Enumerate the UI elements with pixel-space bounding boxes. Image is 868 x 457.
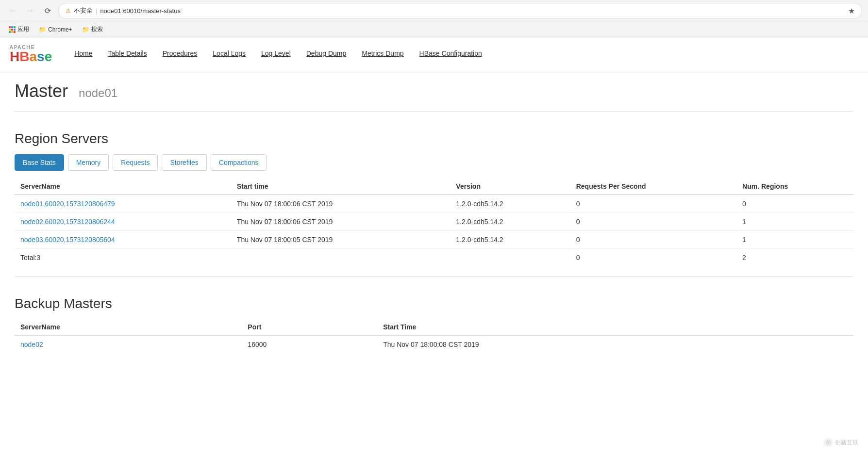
bm-col-start-time: Start Time <box>377 319 853 335</box>
page-title: Master node01 <box>15 81 853 101</box>
cell-regions-3: 1 <box>736 231 853 249</box>
backup-masters-thead: ServerName Port Start Time <box>15 319 853 335</box>
browser-toolbar: ← → ⟳ ⚠ 不安全 | node01:60010/master-status… <box>0 0 868 21</box>
cell-regions-1: 0 <box>736 195 853 213</box>
table-row: node03,60020,1573120805604 Thu Nov 07 18… <box>15 231 853 249</box>
app-header: APACHE HBase Home Table Details Procedur… <box>0 37 868 71</box>
region-servers-thead: ServerName Start time Version Requests P… <box>15 179 853 195</box>
col-server-name: ServerName <box>15 179 231 195</box>
nav-debug-dump[interactable]: Debug Dump <box>299 37 354 71</box>
col-num-regions: Num. Regions <box>736 179 853 195</box>
divider-after-title <box>15 111 853 112</box>
region-servers-table: ServerName Start time Version Requests P… <box>15 179 853 266</box>
url-text: node01:60010/master-status <box>100 7 181 15</box>
tab-storefiles[interactable]: Storefiles <box>162 154 206 171</box>
backup-masters-section: Backup Masters ServerName Port Start Tim… <box>15 296 853 353</box>
bookmarks-bar: 应用 📁 Chrome+ 📁 搜索 <box>0 21 868 37</box>
cell-rps-3: 0 <box>570 231 736 249</box>
search-label: 搜索 <box>91 25 103 33</box>
nav-metrics-dump[interactable]: Metrics Dump <box>354 37 411 71</box>
table-row: node01,60020,1573120806479 Thu Nov 07 18… <box>15 195 853 213</box>
bookmark-chrome-plus[interactable]: 📁 Chrome+ <box>36 25 75 34</box>
tab-memory[interactable]: Memory <box>68 154 109 171</box>
nav-menu: Home Table Details Procedures Local Logs… <box>67 37 490 71</box>
bm-col-port: Port <box>242 319 377 335</box>
region-servers-section: Region Servers Base Stats Memory Request… <box>15 131 853 266</box>
region-servers-title: Region Servers <box>15 131 853 147</box>
page-content: Master node01 Region Servers Base Stats … <box>0 71 868 373</box>
backup-masters-tbody: node02 16000 Thu Nov 07 18:00:08 CST 201… <box>15 335 853 353</box>
address-bar[interactable]: ⚠ 不安全 | node01:60010/master-status ★ <box>58 3 862 18</box>
bookmark-apps[interactable]: 应用 <box>6 24 32 34</box>
cell-version-2: 1.2.0-cdh5.14.2 <box>450 213 570 231</box>
region-servers-header-row: ServerName Start time Version Requests P… <box>15 179 853 195</box>
tab-requests[interactable]: Requests <box>113 154 158 171</box>
cell-rps-2: 0 <box>570 213 736 231</box>
chrome-plus-label: Chrome+ <box>48 26 72 33</box>
cell-total-version <box>450 249 570 267</box>
cell-version-3: 1.2.0-cdh5.14.2 <box>450 231 570 249</box>
table-row: node02,60020,1573120806244 Thu Nov 07 18… <box>15 213 853 231</box>
nav-log-level[interactable]: Log Level <box>253 37 299 71</box>
apps-label: 应用 <box>17 25 29 33</box>
cell-total-rps: 0 <box>570 249 736 267</box>
nav-hbase-configuration[interactable]: HBase Configuration <box>412 37 490 71</box>
cell-server-name: node01,60020,1573120806479 <box>15 195 231 213</box>
nav-local-logs[interactable]: Local Logs <box>205 37 253 71</box>
divider-before-backup <box>15 276 853 277</box>
bm-cell-port: 16000 <box>242 335 377 353</box>
col-start-time: Start time <box>231 179 451 195</box>
server-link-3[interactable]: node03,60020,1573120805604 <box>20 236 115 244</box>
nav-table-details[interactable]: Table Details <box>100 37 155 71</box>
folder-icon-chrome: 📁 <box>39 26 46 33</box>
bm-cell-start-time: Thu Nov 07 18:00:08 CST 2019 <box>377 335 853 353</box>
cell-total-label: Total:3 <box>15 249 231 267</box>
cell-total-regions: 2 <box>736 249 853 267</box>
region-servers-tabs: Base Stats Memory Requests Storefiles Co… <box>15 154 853 171</box>
separator: | <box>96 7 97 15</box>
bookmark-search[interactable]: 📁 搜索 <box>79 24 106 34</box>
total-row: Total:3 0 2 <box>15 249 853 267</box>
browser-chrome: ← → ⟳ ⚠ 不安全 | node01:60010/master-status… <box>0 0 868 37</box>
table-row: node02 16000 Thu Nov 07 18:00:08 CST 201… <box>15 335 853 353</box>
page-hostname: node01 <box>79 86 117 99</box>
logo-hbase-text: HBase <box>10 50 52 64</box>
security-icon: ⚠ <box>66 7 71 14</box>
tab-compactions[interactable]: Compactions <box>211 154 267 171</box>
page-title-master: Master <box>15 81 68 101</box>
nav-procedures[interactable]: Procedures <box>155 37 205 71</box>
backup-masters-table: ServerName Port Start Time node02 16000 … <box>15 319 853 353</box>
bm-col-server-name: ServerName <box>15 319 242 335</box>
back-button[interactable]: ← <box>6 4 19 17</box>
backup-masters-title: Backup Masters <box>15 296 853 311</box>
col-version: Version <box>450 179 570 195</box>
tab-base-stats[interactable]: Base Stats <box>15 154 64 171</box>
cell-version-1: 1.2.0-cdh5.14.2 <box>450 195 570 213</box>
hbase-logo: APACHE HBase <box>10 45 52 64</box>
nav-home[interactable]: Home <box>67 37 100 71</box>
cell-start-time-2: Thu Nov 07 18:00:06 CST 2019 <box>231 213 451 231</box>
apps-grid-icon <box>9 26 16 33</box>
cell-rps-1: 0 <box>570 195 736 213</box>
reload-button[interactable]: ⟳ <box>41 4 54 17</box>
folder-icon-search: 📁 <box>82 26 89 33</box>
cell-total-start <box>231 249 451 267</box>
bookmark-star-button[interactable]: ★ <box>848 6 855 16</box>
cell-server-name-2: node02,60020,1573120806244 <box>15 213 231 231</box>
col-requests-per-second: Requests Per Second <box>570 179 736 195</box>
backup-masters-header-row: ServerName Port Start Time <box>15 319 853 335</box>
cell-regions-2: 1 <box>736 213 853 231</box>
region-servers-tbody: node01,60020,1573120806479 Thu Nov 07 18… <box>15 195 853 266</box>
cell-server-name-3: node03,60020,1573120805604 <box>15 231 231 249</box>
bm-server-link-1[interactable]: node02 <box>20 341 43 348</box>
cell-start-time-3: Thu Nov 07 18:00:05 CST 2019 <box>231 231 451 249</box>
server-link-2[interactable]: node02,60020,1573120806244 <box>20 218 115 226</box>
bm-cell-server-name: node02 <box>15 335 242 353</box>
server-link-1[interactable]: node01,60020,1573120806479 <box>20 200 115 208</box>
security-label: 不安全 <box>74 6 93 15</box>
forward-button[interactable]: → <box>23 4 37 17</box>
cell-start-time-1: Thu Nov 07 18:00:06 CST 2019 <box>231 195 451 213</box>
